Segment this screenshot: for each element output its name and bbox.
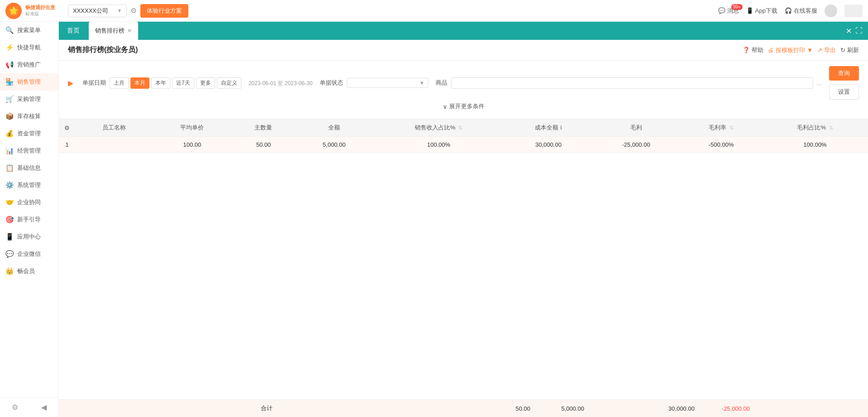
footer-table: 合计 50.00 5,000.00 30,000.00 -25,000.00 bbox=[64, 404, 863, 412]
sidebar-item-basic-info[interactable]: 📋 基础信息 bbox=[0, 159, 58, 177]
sidebar-item-enterprise[interactable]: 🤝 企业协同 bbox=[0, 194, 58, 211]
sidebar-item-inventory[interactable]: 📦 库存核算 bbox=[0, 108, 58, 125]
th-cost-label: 成本全额 bbox=[535, 124, 558, 131]
message-icon: 💬 bbox=[718, 7, 725, 14]
sidebar-item-wechat[interactable]: 💬 企业微信 bbox=[0, 245, 58, 263]
th-profit-label: 毛利 bbox=[630, 124, 642, 131]
sidebar-item-marketing[interactable]: 📢 营销推广 bbox=[0, 56, 58, 73]
date-btn-this-month[interactable]: 本月 bbox=[130, 77, 149, 89]
tab-bar: 首页 销售排行榜 ✕ ✕ ⛶ bbox=[59, 22, 868, 40]
tab-close-icon[interactable]: ✕ bbox=[127, 28, 132, 34]
th-sales-pct[interactable]: 销售收入占比% ⇅ bbox=[372, 119, 505, 137]
th-avg-price: 平均单价 bbox=[153, 119, 231, 137]
guide-icon: 🎯 bbox=[5, 216, 14, 224]
sales-icon: 🏪 bbox=[5, 78, 14, 86]
sidebar-settings-btn[interactable]: ⚙ bbox=[10, 401, 20, 413]
quick-nav-icon: ⚡ bbox=[5, 43, 14, 52]
expand-btn-label: 展开更多条件 bbox=[449, 102, 484, 110]
sidebar-item-operations[interactable]: 📊 经营管理 bbox=[0, 142, 58, 159]
footer-row: 合计 50.00 5,000.00 30,000.00 -25,000.00 bbox=[64, 404, 863, 412]
sidebar-collapse-btn[interactable]: ◀ bbox=[39, 401, 48, 413]
sidebar-item-guide[interactable]: 🎯 新手引导 bbox=[0, 211, 58, 228]
footer-label: 合计 bbox=[78, 404, 455, 412]
date-btn-this-year[interactable]: 本年 bbox=[151, 77, 170, 89]
sort-sales-pct-icon[interactable]: ⇅ bbox=[458, 125, 462, 130]
logo-text-block: 畅捷通好生意 标准版 bbox=[25, 4, 55, 17]
query-button[interactable]: 查询 bbox=[829, 66, 859, 81]
filter-row: ▶ 单据日期 上月 本月 本年 近7天 更多 自定义 bbox=[68, 66, 859, 100]
avatar[interactable] bbox=[825, 5, 837, 17]
filter-area: ▶ 单据日期 上月 本月 本年 近7天 更多 自定义 bbox=[59, 61, 868, 119]
message-button[interactable]: 💬 消息 99+ bbox=[718, 7, 739, 15]
sidebar-item-purchase[interactable]: 🛒 采购管理 bbox=[0, 91, 58, 108]
status-select[interactable]: ▼ bbox=[347, 78, 428, 88]
app-download-button[interactable]: 📱 App下载 bbox=[746, 7, 777, 15]
th-settings[interactable]: ⚙ bbox=[59, 119, 75, 137]
refresh-button[interactable]: ↻ 刷新 bbox=[840, 46, 859, 54]
sidebar-bottom: ⚙ ◀ bbox=[0, 397, 58, 417]
logo-icon: 🌟 bbox=[5, 3, 22, 19]
filter-goods: 商品 ... bbox=[436, 77, 822, 89]
cell-profit-pct: 100.00% bbox=[762, 137, 868, 153]
footer-profit-rate-placeholder bbox=[763, 404, 808, 412]
goods-input[interactable] bbox=[451, 77, 813, 89]
settings-icon[interactable]: ⚙ bbox=[130, 6, 137, 15]
sort-profit-rate-icon[interactable]: ⇅ bbox=[729, 125, 734, 130]
company-name: XXXXXX公司 bbox=[73, 7, 115, 15]
operations-icon: 📊 bbox=[5, 147, 14, 155]
date-btn-last-month[interactable]: 上月 bbox=[110, 77, 129, 89]
top-right: 💬 消息 99+ 📱 App下载 🎧 在线客服 bbox=[718, 5, 863, 17]
sidebar-item-search[interactable]: 🔍 搜索菜单 bbox=[0, 22, 58, 39]
date-range-text: 2023-06-01 至 2023-06-30 bbox=[249, 80, 312, 87]
expand-more-row[interactable]: ∨ 展开更多条件 bbox=[68, 100, 859, 113]
sidebar-item-member[interactable]: 👑 畅会员 bbox=[0, 263, 58, 280]
cell-name bbox=[75, 137, 153, 153]
filter-date: 单据日期 上月 本月 本年 近7天 更多 自定义 bbox=[82, 77, 241, 89]
export-button[interactable]: ↗ 导出 bbox=[817, 46, 836, 54]
date-btn-more[interactable]: 更多 bbox=[196, 77, 215, 89]
sidebar-label-marketing: 营销推广 bbox=[17, 61, 41, 69]
sidebar-item-system[interactable]: ⚙️ 系统管理 bbox=[0, 177, 58, 194]
date-range-display: 2023-06-01 至 2023-06-30 bbox=[249, 79, 312, 87]
sidebar-item-sales[interactable]: 🏪 销售管理 bbox=[0, 73, 58, 91]
template-print-button[interactable]: 🖨 按模板打印 ▼ bbox=[768, 46, 813, 54]
sidebar-item-quick-nav[interactable]: ⚡ 快捷导航 bbox=[0, 39, 58, 56]
date-btn-custom[interactable]: 自定义 bbox=[217, 77, 241, 89]
sort-profit-pct-icon[interactable]: ⇅ bbox=[829, 125, 833, 130]
th-avg-label: 平均单价 bbox=[180, 124, 204, 131]
trial-button[interactable]: 体验行业方案 bbox=[140, 4, 188, 18]
table-section: ⚙ 员工名称 平均单价 主数量 全额 销售收入占比% ⇅ bbox=[59, 119, 868, 417]
company-selector[interactable]: XXXXXX公司 ▼ bbox=[68, 5, 127, 17]
logo-sub: 标准版 bbox=[25, 11, 55, 17]
print-icon: 🖨 bbox=[768, 47, 774, 53]
cost-info-icon[interactable]: ℹ bbox=[560, 125, 562, 131]
settings-button[interactable]: 设置 bbox=[829, 84, 859, 100]
chevron-down-icon: ▼ bbox=[117, 8, 122, 13]
footer-profit: -25,000.00 bbox=[709, 404, 763, 412]
tab-action-close[interactable]: ✕ bbox=[846, 27, 852, 35]
help-button[interactable]: ❓ 帮助 bbox=[743, 46, 763, 54]
tab-action-expand[interactable]: ⛶ bbox=[855, 27, 863, 35]
inventory-icon: 📦 bbox=[5, 112, 14, 120]
cell-sales-pct: 100.00% bbox=[372, 137, 505, 153]
cell-profit: -25,000.00 bbox=[592, 137, 680, 153]
th-profit-pct[interactable]: 毛利占比% ⇅ bbox=[762, 119, 868, 137]
th-profit-rate[interactable]: 毛利率 ⇅ bbox=[680, 119, 762, 137]
tab-home[interactable]: 首页 bbox=[59, 22, 88, 40]
cell-cost: 30,000.00 bbox=[505, 137, 592, 153]
table-row: 1100.0050.005,000.00100.00%30,000.00-25,… bbox=[59, 137, 868, 153]
sidebar-item-app-center[interactable]: 📱 应用中心 bbox=[0, 228, 58, 245]
app-container: 🌟 畅捷通好生意 标准版 XXXXXX公司 ▼ ⚙ 体验行业方案 💬 消息 99… bbox=[0, 0, 868, 417]
date-btn-7days[interactable]: 近7天 bbox=[172, 77, 194, 89]
filter-expand-arrow[interactable]: ▶ bbox=[68, 79, 73, 87]
tab-sales-ranking[interactable]: 销售排行榜 ✕ bbox=[89, 22, 138, 40]
footer-empty bbox=[64, 404, 78, 412]
print-chevron-icon: ▼ bbox=[807, 47, 813, 53]
sidebar-item-finance[interactable]: 💰 资金管理 bbox=[0, 125, 58, 142]
export-label: 导出 bbox=[824, 46, 836, 54]
more-options-btn[interactable]: ... bbox=[817, 80, 822, 86]
online-service-button[interactable]: 🎧 在线客服 bbox=[785, 7, 817, 15]
sidebar-label-search: 搜索菜单 bbox=[17, 26, 41, 34]
sidebar-label-wechat: 企业微信 bbox=[17, 250, 41, 258]
sidebar: 🔍 搜索菜单 ⚡ 快捷导航 📢 营销推广 🏪 销售管理 🛒 采购管理 📦 bbox=[0, 22, 59, 417]
